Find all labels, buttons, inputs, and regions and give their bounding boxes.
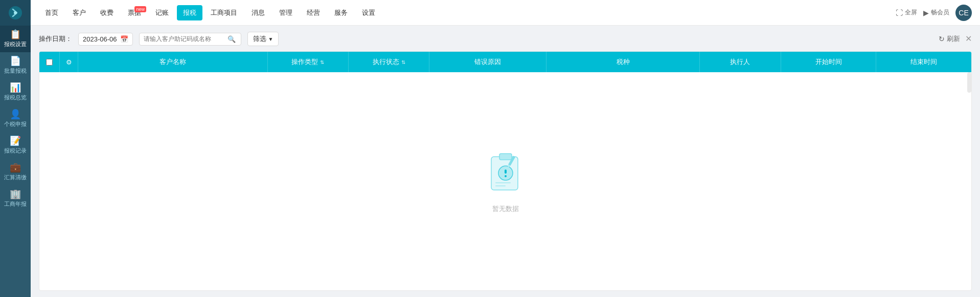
nav-tax[interactable]: 报税 bbox=[177, 5, 202, 20]
empty-illustration bbox=[485, 150, 526, 198]
table: ⚙ 客户名称 操作类型 ⇅ 执行状态 ⇅ 错误原因 税种 执行人 开始时间 结束… bbox=[39, 51, 972, 291]
th-checkbox[interactable] bbox=[39, 52, 60, 72]
search-wrap[interactable]: 🔍 bbox=[139, 33, 241, 46]
svg-rect-9 bbox=[495, 182, 511, 183]
batch-tax-icon: 📄 bbox=[10, 56, 21, 66]
empty-state: 暂无数据 bbox=[485, 150, 526, 214]
th-tax-type: 税种 bbox=[546, 52, 700, 72]
th-end-time: 结束时间 bbox=[876, 52, 971, 72]
sidebar-item-label: 报税总览 bbox=[4, 94, 27, 101]
th-settings[interactable]: ⚙ bbox=[60, 52, 78, 72]
refresh-icon: ↻ bbox=[939, 35, 945, 43]
svg-rect-6 bbox=[505, 175, 507, 177]
topnav: 首页 客户 收费 票据 new 记账 报税 工商项目 消息 管理 经营 服务 设… bbox=[31, 0, 980, 26]
nav-manage[interactable]: 管理 bbox=[273, 5, 299, 20]
date-label: 操作日期： bbox=[39, 34, 72, 44]
th-op-type[interactable]: 操作类型 ⇅ bbox=[268, 52, 349, 72]
sidebar: 📋 报税设置 📄 批量报税 📊 报税总览 👤 个税申报 📝 报税记录 💼 汇算清… bbox=[0, 0, 31, 297]
date-picker[interactable]: 2023-06-06 📅 bbox=[78, 33, 133, 46]
nav-home[interactable]: 首页 bbox=[39, 5, 64, 20]
settlement-icon: 💼 bbox=[10, 163, 21, 172]
nav-accounts[interactable]: 记账 bbox=[149, 5, 175, 20]
sort-icon: ⇅ bbox=[401, 59, 405, 65]
member-icon: ▶ bbox=[923, 9, 929, 17]
close-button[interactable]: ✕ bbox=[965, 35, 972, 43]
sidebar-item-tax-record[interactable]: 📝 报税记录 bbox=[0, 132, 31, 159]
table-body: 暂无数据 bbox=[39, 72, 971, 290]
tax-settings-icon: 📋 bbox=[10, 30, 21, 39]
nav-settings[interactable]: 设置 bbox=[356, 5, 381, 20]
nav-message[interactable]: 消息 bbox=[245, 5, 271, 20]
sidebar-item-tax-overview[interactable]: 📊 报税总览 bbox=[0, 79, 31, 105]
svg-rect-10 bbox=[495, 185, 506, 186]
scroll-indicator[interactable] bbox=[967, 72, 971, 93]
nav-business[interactable]: 工商项目 bbox=[204, 5, 243, 20]
th-error-reason: 错误原因 bbox=[429, 52, 546, 72]
topnav-items: 首页 客户 收费 票据 new 记账 报税 工商项目 消息 管理 经营 服务 设… bbox=[39, 5, 896, 20]
date-value: 2023-06-06 bbox=[83, 35, 117, 43]
toolbar: 操作日期： 2023-06-06 📅 🔍 筛选 ▼ ↻ 刷新 ✕ bbox=[39, 32, 972, 46]
main-container: 首页 客户 收费 票据 new 记账 报税 工商项目 消息 管理 经营 服务 设… bbox=[31, 0, 980, 297]
nav-invoice[interactable]: 票据 new bbox=[122, 5, 147, 20]
annual-report-icon: 🏢 bbox=[10, 189, 21, 199]
svg-rect-5 bbox=[505, 169, 507, 174]
sidebar-logo bbox=[0, 0, 31, 26]
search-input[interactable] bbox=[144, 35, 225, 43]
select-all-checkbox[interactable] bbox=[46, 59, 53, 66]
tax-overview-icon: 📊 bbox=[10, 83, 21, 92]
fullscreen-icon: ⛶ bbox=[896, 9, 903, 17]
filter-label: 筛选 bbox=[253, 34, 266, 44]
topnav-right: ⛶ 全屏 ▶ 畅会员 CE bbox=[896, 5, 972, 21]
sidebar-item-label: 批量报税 bbox=[4, 67, 27, 75]
calendar-icon: 📅 bbox=[120, 35, 128, 43]
member-label: 畅会员 bbox=[931, 8, 949, 17]
personal-tax-icon: 👤 bbox=[10, 110, 21, 119]
svg-point-1 bbox=[14, 11, 17, 14]
table-header: ⚙ 客户名称 操作类型 ⇅ 执行状态 ⇅ 错误原因 税种 执行人 开始时间 结束… bbox=[39, 52, 971, 72]
refresh-label: 刷新 bbox=[947, 34, 960, 44]
sidebar-item-label: 工商年报 bbox=[4, 200, 27, 208]
sidebar-item-tax-settings[interactable]: 📋 报税设置 bbox=[0, 26, 31, 52]
fullscreen-btn[interactable]: ⛶ 全屏 bbox=[896, 8, 917, 17]
svg-rect-3 bbox=[499, 154, 512, 160]
search-icon: 🔍 bbox=[227, 35, 236, 43]
chevron-down-icon: ▼ bbox=[268, 36, 274, 42]
filter-button[interactable]: 筛选 ▼ bbox=[247, 32, 279, 46]
content-area: 操作日期： 2023-06-06 📅 🔍 筛选 ▼ ↻ 刷新 ✕ bbox=[31, 26, 980, 297]
member-btn[interactable]: ▶ 畅会员 bbox=[923, 8, 949, 17]
th-executor: 执行人 bbox=[700, 52, 781, 72]
nav-service[interactable]: 服务 bbox=[328, 5, 354, 20]
nav-client[interactable]: 客户 bbox=[66, 5, 92, 20]
th-start-time: 开始时间 bbox=[781, 52, 877, 72]
empty-text: 暂无数据 bbox=[492, 204, 519, 214]
nav-billing[interactable]: 收费 bbox=[94, 5, 120, 20]
fullscreen-label: 全屏 bbox=[905, 8, 917, 17]
tax-record-icon: 📝 bbox=[10, 136, 21, 145]
sidebar-item-settlement[interactable]: 💼 汇算清缴 bbox=[0, 159, 31, 185]
avatar[interactable]: CE bbox=[955, 5, 972, 21]
sidebar-item-annual-report[interactable]: 🏢 工商年报 bbox=[0, 185, 31, 212]
sidebar-item-batch-tax[interactable]: 📄 批量报税 bbox=[0, 52, 31, 79]
sidebar-item-personal-tax[interactable]: 👤 个税申报 bbox=[0, 105, 31, 132]
th-client-name: 客户名称 bbox=[78, 52, 268, 72]
refresh-button[interactable]: ↻ 刷新 bbox=[939, 34, 960, 44]
nav-operate[interactable]: 经营 bbox=[301, 5, 326, 20]
sidebar-item-label: 汇算清缴 bbox=[4, 174, 27, 181]
settings-icon: ⚙ bbox=[66, 58, 72, 66]
sidebar-item-label: 报税记录 bbox=[4, 147, 27, 155]
sidebar-item-label: 个税申报 bbox=[4, 120, 27, 128]
th-exec-status[interactable]: 执行状态 ⇅ bbox=[349, 52, 429, 72]
toolbar-right: ↻ 刷新 ✕ bbox=[939, 34, 972, 44]
new-badge: new bbox=[134, 6, 146, 13]
sidebar-item-label: 报税设置 bbox=[4, 40, 27, 48]
sort-icon: ⇅ bbox=[320, 59, 324, 65]
